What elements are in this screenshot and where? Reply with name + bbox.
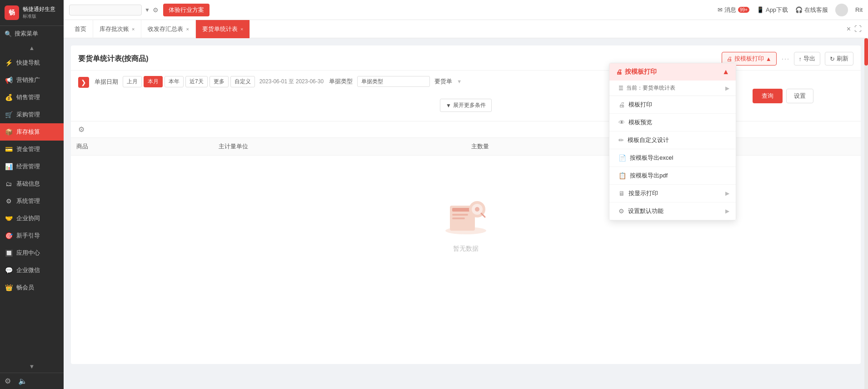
- date-btn-more[interactable]: 更多: [210, 76, 229, 87]
- sidebar-item-label: 快捷导航: [16, 59, 40, 67]
- quick-nav-icon: ⚡: [5, 59, 13, 67]
- settings-filter-btn[interactable]: 设置: [786, 89, 813, 103]
- display-print-icon: 🖥: [619, 190, 625, 197]
- print-dropdown-item-template-print[interactable]: 🖨 模板打印: [609, 96, 736, 114]
- print-dropdown-item-export-excel[interactable]: 📄 按模板导出excel: [609, 149, 736, 167]
- tab-order-stats-close[interactable]: ×: [240, 26, 243, 32]
- query-btn[interactable]: 查询: [753, 89, 783, 103]
- basic-icon: 🗂: [5, 180, 13, 188]
- page-title: 要货单统计表(按商品): [78, 54, 149, 64]
- expand-conditions-btn[interactable]: ▼ 展开更多条件: [440, 99, 492, 112]
- date-label: 单据日期: [95, 78, 118, 86]
- topbar-settings-btn[interactable]: ⚙: [153, 6, 159, 14]
- sidebar-item-label: 企业微信: [16, 266, 40, 274]
- sidebar-item-system[interactable]: ⚙ 系统管理: [0, 192, 64, 210]
- date-btn-custom[interactable]: 自定义: [230, 76, 255, 87]
- sidebar-item-finance[interactable]: 💳 资金管理: [0, 141, 64, 158]
- page-header: 要货单统计表(按商品) 🖨 按模板打印 ▲ ⋯ ↑ 导出 ↻ 刷新: [71, 45, 861, 71]
- date-btn-this-month[interactable]: 本月: [144, 76, 163, 87]
- scrollbar-thumb[interactable]: [864, 38, 868, 66]
- sidebar-item-inventory[interactable]: 📦 库存核算: [0, 123, 64, 141]
- online-support-btn[interactable]: 🎧 在线客服: [795, 6, 828, 14]
- item-left: 📄 按模板导出excel: [619, 154, 673, 162]
- print-dropdown-item-template-design[interactable]: ✏ 模板自定义设计: [609, 131, 736, 149]
- tab-receipt-summary-close[interactable]: ×: [186, 26, 189, 32]
- sidebar-item-operation[interactable]: 📊 经营管理: [0, 158, 64, 175]
- date-btn-last-month[interactable]: 上月: [123, 76, 142, 87]
- order-type-select[interactable]: 单据类型: [357, 76, 430, 87]
- set-default-icon: ⚙: [619, 207, 624, 215]
- table-settings-btn[interactable]: ⚙: [78, 125, 85, 134]
- headset-icon: 🎧: [795, 6, 803, 13]
- sidebar-item-wechat[interactable]: 💬 企业微信: [0, 262, 64, 279]
- right-scrollbar[interactable]: [864, 38, 868, 389]
- sidebar-item-member[interactable]: 👑 畅会员: [0, 279, 64, 296]
- print-dropdown-item-display-print[interactable]: 🖥 按显示打印 ▶: [609, 185, 736, 202]
- topbar-dropdown-btn[interactable]: ▼: [145, 7, 150, 13]
- date-btn-this-year[interactable]: 本年: [165, 76, 184, 87]
- tabbar: 首页 库存批次账 × 收发存汇总表 × 要货单统计表 × × ⛶: [64, 20, 868, 38]
- template-design-icon: ✏: [619, 136, 624, 144]
- scroll-down-btn[interactable]: ▼: [0, 360, 64, 373]
- sidebar-item-sales[interactable]: 💰 销售管理: [0, 89, 64, 106]
- print-dropdown-current[interactable]: ☰ 当前：要货单统计表 ▶: [609, 81, 736, 96]
- print-dropdown-item-set-default[interactable]: ⚙ 设置默认功能 ▶: [609, 202, 736, 220]
- app-center-icon: 🔲: [5, 249, 13, 257]
- app-download-btn[interactable]: 📱 App下载: [757, 6, 788, 14]
- operation-icon: 📊: [5, 162, 13, 171]
- sidebar: 畅 畅捷通好生意 标准版 🔍 搜索菜单 ▲ ⚡ 快捷导航 📢 营销推广 💰 销售…: [0, 0, 64, 389]
- print-dropdown-close-btn[interactable]: ▲: [722, 68, 729, 76]
- user-avatar[interactable]: [835, 4, 848, 16]
- speaker-icon[interactable]: 🔈: [18, 377, 27, 385]
- template-print-icon: 🖨: [619, 101, 625, 108]
- tabbar-expand-btn[interactable]: ⛶: [853, 23, 863, 35]
- system-icon: ⚙: [5, 197, 13, 205]
- sidebar-item-label: 畅会员: [16, 283, 34, 292]
- search-icon: 🔍: [5, 30, 12, 37]
- export-btn[interactable]: ↑ 导出: [794, 52, 821, 66]
- current-arrow: ▶: [725, 85, 729, 91]
- table-header-row: 商品 主计量单位 主数量 零售金额: [71, 138, 861, 156]
- finance-icon: 💳: [5, 145, 13, 153]
- purchase-icon: 🛒: [5, 111, 13, 119]
- tab-batch-account[interactable]: 库存批次账 ×: [93, 20, 141, 38]
- print-dropdown-header: 🖨 按模板打印 ▲: [609, 63, 736, 81]
- sidebar-item-purchase[interactable]: 🛒 采购管理: [0, 106, 64, 123]
- sidebar-item-collab[interactable]: 🤝 企业协同: [0, 210, 64, 227]
- table-toolbar: ⚙: [71, 121, 861, 138]
- print-dropdown-item-template-preview[interactable]: 👁 模板预览: [609, 114, 736, 131]
- sidebar-item-basic[interactable]: 🗂 基础信息: [0, 175, 64, 192]
- filter-action-btns: 查询 设置: [753, 89, 813, 103]
- date-btn-7days[interactable]: 近7天: [185, 76, 208, 87]
- scroll-up-btn[interactable]: ▲: [0, 41, 64, 54]
- settings-bottom-icon[interactable]: ⚙: [5, 377, 11, 385]
- filter-group-date: 单据日期 上月 本月 本年 近7天 更多 自定义 2023-06-01 至 20…: [95, 76, 324, 87]
- sidebar-item-label: 应用中心: [16, 249, 40, 257]
- app-badge: 标准版: [23, 13, 55, 20]
- search-menu[interactable]: 🔍 搜索菜单: [0, 26, 64, 41]
- print-icon: 🖨: [727, 56, 733, 62]
- sidebar-item-app-center[interactable]: 🔲 应用中心: [0, 244, 64, 262]
- tab-receipt-summary[interactable]: 收发存汇总表 ×: [141, 20, 195, 38]
- filter-expand-left-btn[interactable]: ❯: [78, 77, 89, 88]
- sidebar-item-label: 经营管理: [16, 162, 40, 171]
- sidebar-item-guide[interactable]: 🎯 新手引导: [0, 227, 64, 244]
- export-icon: ↑: [799, 56, 802, 62]
- wechat-icon: 💬: [5, 266, 13, 274]
- trial-btn[interactable]: 体验行业方案: [163, 4, 210, 16]
- order-type-select-wrapper: 单据类型: [357, 76, 430, 87]
- tab-batch-account-close[interactable]: ×: [132, 26, 135, 32]
- tab-home-label: 首页: [75, 25, 86, 33]
- print-dropdown-item-export-pdf[interactable]: 📋 按模板导出pdf: [609, 167, 736, 185]
- sidebar-item-marketing[interactable]: 📢 营销推广: [0, 71, 64, 89]
- sidebar-item-quick-nav[interactable]: ⚡ 快捷导航: [0, 54, 64, 71]
- messages-btn[interactable]: ✉ 消息 99+: [718, 6, 749, 14]
- filter-bar: ❯ 单据日期 上月 本月 本年 近7天 更多 自定义 2023-06-01 至 …: [71, 71, 861, 121]
- tab-order-stats[interactable]: 要货单统计表 ×: [196, 20, 250, 38]
- sidebar-item-label: 营销推广: [16, 76, 40, 84]
- page-container: 要货单统计表(按商品) 🖨 按模板打印 ▲ ⋯ ↑ 导出 ↻ 刷新: [71, 45, 861, 364]
- topbar-search-input[interactable]: [69, 5, 142, 15]
- tabbar-close-btn[interactable]: ×: [845, 23, 853, 35]
- refresh-btn[interactable]: ↻ 刷新: [825, 52, 853, 66]
- tab-home[interactable]: 首页: [68, 20, 93, 38]
